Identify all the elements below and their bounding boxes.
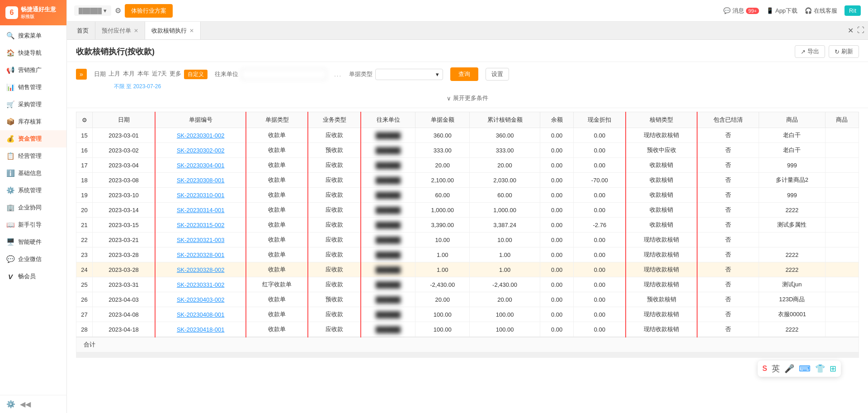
online-service-action[interactable]: 🎧 在线客服 bbox=[805, 7, 837, 15]
cell-discount: -70.00 bbox=[574, 173, 626, 188]
sidebar-item-member[interactable]: V 畅会员 bbox=[0, 268, 66, 285]
toolbar-keyboard-icon[interactable]: ⌨ bbox=[799, 364, 811, 374]
messages-action[interactable]: 💬 消息 99+ bbox=[723, 7, 759, 15]
tab-prepay[interactable]: 预付应付单 ✕ bbox=[95, 22, 145, 39]
cell-docno[interactable]: SK-20230310-001 bbox=[155, 188, 246, 203]
cell-date: 2023-03-14 bbox=[93, 203, 156, 218]
horizontal-scrollbar[interactable] bbox=[76, 352, 859, 358]
cell-docno[interactable]: SK-20230408-001 bbox=[155, 307, 246, 322]
refresh-button[interactable]: ↻ 刷新 bbox=[829, 45, 859, 58]
sidebar-item-corp[interactable]: 🏢 企业协同 bbox=[0, 199, 66, 216]
sidebar-item-quicknav[interactable]: 🏠 快捷导航 bbox=[0, 44, 66, 62]
sidebar-item-marketing[interactable]: 📢 营销推广 bbox=[0, 62, 66, 79]
sidebar-item-basic[interactable]: ℹ️ 基础信息 bbox=[0, 165, 66, 182]
filter-date-item: 日期 上月 本月 本年 近7天 更多 自定义 bbox=[94, 70, 208, 79]
toolbar-grid-icon[interactable]: ⊞ bbox=[830, 364, 836, 374]
cell-biztype: 应收款 bbox=[308, 233, 361, 247]
cell-partner: ██████ bbox=[361, 173, 415, 188]
doctype-select[interactable]: ▾ bbox=[375, 69, 443, 80]
cell-product1: 2222 bbox=[759, 203, 825, 218]
sidebar-item-search[interactable]: 🔍 搜索菜单 bbox=[0, 27, 66, 44]
app-download-action[interactable]: 📱 App下载 bbox=[766, 7, 797, 15]
date-more[interactable]: 更多 bbox=[170, 70, 181, 79]
tab-receipt-close-icon[interactable]: ✕ bbox=[189, 28, 194, 34]
cell-partner: ██████ bbox=[361, 158, 415, 173]
sidebar-item-sales[interactable]: 📊 销售管理 bbox=[0, 79, 66, 96]
toolbar-english-icon[interactable]: 英 bbox=[772, 363, 780, 374]
cell-product1: 2222 bbox=[759, 322, 825, 337]
sidebar-item-wechat[interactable]: 💬 企业微信 bbox=[0, 251, 66, 268]
tab-receipt[interactable]: 收款核销执行 ✕ bbox=[145, 22, 201, 39]
cell-amount: 20.00 bbox=[415, 158, 470, 173]
cell-doctype: 收款单 bbox=[246, 128, 308, 143]
settings-icon: ⚙ bbox=[82, 117, 87, 123]
cell-docno[interactable]: SK-20230328-001 bbox=[155, 247, 246, 262]
filter-expand-icon[interactable]: » bbox=[76, 69, 87, 80]
cell-date: 2023-03-31 bbox=[93, 277, 156, 292]
query-button[interactable]: 查询 bbox=[450, 67, 478, 81]
cell-product2 bbox=[825, 322, 859, 337]
settings-icon[interactable]: ⚙️ bbox=[6, 400, 15, 408]
export-button[interactable]: ↗ 导出 bbox=[795, 45, 825, 58]
cell-docno[interactable]: SK-20230418-001 bbox=[155, 322, 246, 337]
setting-button[interactable]: 设置 bbox=[486, 68, 509, 81]
date-range-text: 不限 至 2023-07-26 bbox=[114, 83, 161, 90]
cell-verifytype: 收款核销 bbox=[626, 218, 697, 233]
user-avatar[interactable]: Rit bbox=[844, 5, 861, 16]
cell-docno[interactable]: SK-20230321-003 bbox=[155, 233, 246, 247]
date-this-month[interactable]: 本月 bbox=[123, 70, 135, 79]
partner-input[interactable] bbox=[241, 69, 327, 80]
collapse-icon[interactable]: ◀◀ bbox=[20, 400, 31, 408]
cell-discount: 0.00 bbox=[574, 262, 626, 277]
tab-close-icon[interactable]: ✕ bbox=[848, 26, 854, 35]
cell-docno[interactable]: SK-20230304-001 bbox=[155, 158, 246, 173]
cell-docno[interactable]: SK-20230331-002 bbox=[155, 277, 246, 292]
cell-docno[interactable]: SK-20230314-001 bbox=[155, 203, 246, 218]
cell-docno[interactable]: SK-20230302-002 bbox=[155, 143, 246, 158]
sidebar-item-inventory[interactable]: 📦 库存核算 bbox=[0, 113, 66, 130]
cell-docno[interactable]: SK-20230328-002 bbox=[155, 262, 246, 277]
cell-num: 20 bbox=[76, 203, 93, 218]
sidebar-logo: 6 畅捷通好生意 标推版 bbox=[0, 0, 66, 25]
logo-text: 畅捷通好生意 标推版 bbox=[21, 5, 56, 20]
cell-verified: 10.00 bbox=[470, 233, 540, 247]
cell-docno[interactable]: SK-20230308-001 bbox=[155, 173, 246, 188]
cell-amount: 2,100.00 bbox=[415, 173, 470, 188]
date-7days[interactable]: 近7天 bbox=[152, 70, 167, 79]
cell-product2 bbox=[825, 128, 859, 143]
sidebar-item-system[interactable]: ⚙️ 系统管理 bbox=[0, 182, 66, 199]
cell-verifytype: 现结收款核销 bbox=[626, 277, 697, 292]
sidebar-item-label: 快捷导航 bbox=[18, 49, 42, 57]
cell-docno[interactable]: SK-20230315-002 bbox=[155, 218, 246, 233]
expand-more-btn[interactable]: ∨ 展开更多条件 bbox=[76, 94, 859, 102]
tab-prepay-close-icon[interactable]: ✕ bbox=[134, 28, 138, 34]
tab-home[interactable]: 首页 bbox=[71, 22, 95, 39]
company-selector[interactable]: ██████ ▾ bbox=[74, 5, 111, 16]
cell-balance: 0.00 bbox=[540, 307, 574, 322]
cell-product2 bbox=[825, 218, 859, 233]
tab-expand-icon[interactable]: ⛶ bbox=[857, 26, 864, 35]
guide-icon: 📖 bbox=[6, 221, 14, 229]
toolbar-shirt-icon[interactable]: 👕 bbox=[815, 364, 825, 374]
sidebar-item-operations[interactable]: 📋 经营管理 bbox=[0, 147, 66, 165]
col-date: 日期 bbox=[93, 112, 156, 128]
sidebar-item-finance[interactable]: 💰 资金管理 bbox=[0, 130, 66, 147]
cell-discount: -2.76 bbox=[574, 218, 626, 233]
settings-gear-icon[interactable]: ⚙ bbox=[115, 6, 121, 15]
cell-verifytype: 收款核销 bbox=[626, 188, 697, 203]
sidebar-item-label: 搜索菜单 bbox=[18, 32, 42, 40]
cell-verifytype: 现结收款核销 bbox=[626, 128, 697, 143]
cell-docno[interactable]: SK-20230403-002 bbox=[155, 292, 246, 307]
sidebar-item-guide[interactable]: 📖 新手引导 bbox=[0, 216, 66, 233]
date-this-year[interactable]: 本年 bbox=[137, 70, 149, 79]
cell-docno[interactable]: SK-20230301-002 bbox=[155, 128, 246, 143]
date-prev-month[interactable]: 上月 bbox=[108, 70, 120, 79]
cell-num: 27 bbox=[76, 307, 93, 322]
sidebar-item-hardware[interactable]: 🖥️ 智能硬件 bbox=[0, 233, 66, 251]
industry-solution-button[interactable]: 体验行业方案 bbox=[125, 4, 173, 18]
cell-biztype: 应收款 bbox=[308, 277, 361, 292]
col-settings[interactable]: ⚙ bbox=[76, 112, 93, 128]
toolbar-mic-icon[interactable]: 🎤 bbox=[784, 364, 794, 374]
sidebar-item-purchase[interactable]: 🛒 采购管理 bbox=[0, 96, 66, 113]
date-custom-btn[interactable]: 自定义 bbox=[184, 70, 208, 79]
